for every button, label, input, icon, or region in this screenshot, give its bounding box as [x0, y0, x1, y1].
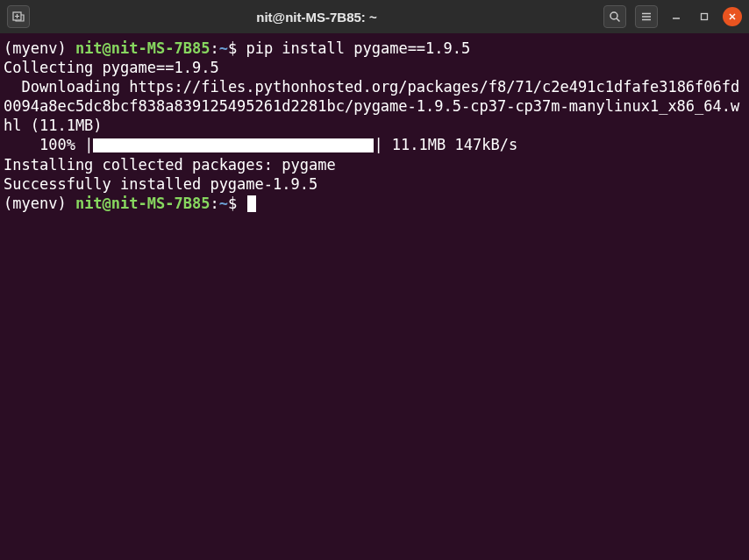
search-icon — [609, 11, 621, 23]
output-progress: 100% || 11.1MB 147kB/s — [4, 135, 745, 154]
titlebar-left — [7, 5, 30, 28]
venv-label: (myenv) — [4, 39, 75, 57]
progress-percent: 100% | — [4, 136, 93, 153]
window-title: nit@nit-MS-7B85: ~ — [35, 10, 598, 25]
svg-line-2 — [617, 18, 620, 22]
hamburger-icon — [640, 11, 653, 23]
command-text: pip install pygame==1.9.5 — [246, 39, 470, 57]
user-host: nit@nit-MS-7B85 — [75, 195, 210, 212]
menu-button[interactable] — [635, 5, 658, 28]
svg-point-1 — [610, 12, 617, 19]
output-collecting: Collecting pygame==1.9.5 — [4, 58, 745, 77]
prompt-dollar: $ — [228, 39, 246, 57]
prompt-line-1: (myenv) nit@nit-MS-7B85:~$ pip install p… — [4, 39, 745, 58]
maximize-button[interactable] — [695, 7, 714, 26]
prompt-dollar: $ — [228, 195, 246, 212]
terminal-cursor — [247, 195, 256, 212]
maximize-icon — [699, 11, 710, 22]
terminal-body[interactable]: (myenv) nit@nit-MS-7B85:~$ pip install p… — [0, 33, 749, 218]
search-button[interactable] — [603, 5, 626, 28]
new-tab-icon — [11, 10, 25, 24]
close-icon — [727, 11, 738, 22]
titlebar-right — [603, 5, 742, 28]
minimize-button[interactable] — [667, 7, 686, 26]
user-host: nit@nit-MS-7B85 — [75, 39, 210, 57]
progress-bar — [93, 138, 374, 152]
output-installing: Installing collected packages: pygame — [4, 155, 745, 174]
prompt-line-2: (myenv) nit@nit-MS-7B85:~$ — [4, 194, 745, 213]
venv-label: (myenv) — [4, 195, 75, 212]
prompt-colon: : — [210, 39, 218, 57]
close-button[interactable] — [723, 7, 742, 26]
output-success: Successfully installed pygame-1.9.5 — [4, 174, 745, 194]
window-titlebar: nit@nit-MS-7B85: ~ — [0, 0, 749, 33]
minimize-icon — [671, 11, 681, 22]
prompt-path: ~ — [219, 195, 228, 212]
svg-rect-7 — [702, 14, 708, 20]
output-downloading: Downloading https://files.pythonhosted.o… — [4, 77, 745, 135]
progress-end: | 11.1MB 147kB/s — [374, 136, 517, 153]
prompt-path: ~ — [219, 39, 228, 57]
new-tab-button[interactable] — [7, 5, 30, 28]
prompt-colon: : — [210, 195, 218, 212]
